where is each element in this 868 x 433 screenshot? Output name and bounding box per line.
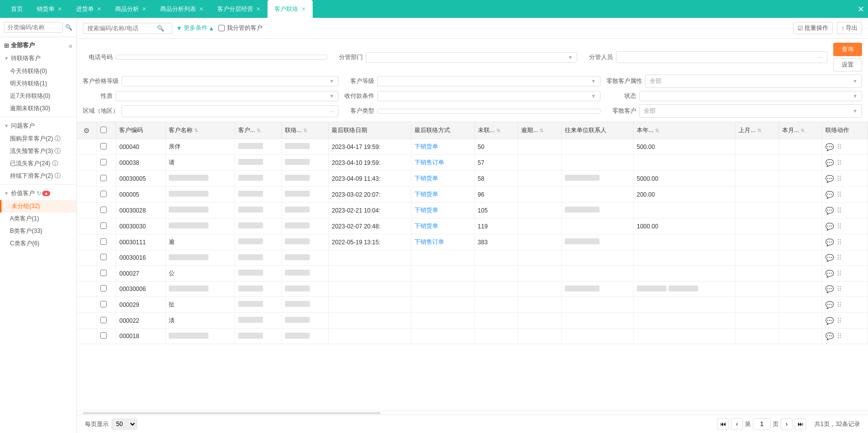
checkbox-col-header[interactable] xyxy=(97,122,116,139)
row-checkbox[interactable] xyxy=(100,238,107,245)
nav-home[interactable]: 首页 xyxy=(4,0,30,18)
row-checkbox-cell[interactable] xyxy=(97,266,116,282)
close-all-tabs[interactable]: ✕ xyxy=(858,4,864,14)
nav-customer-contact-close[interactable]: ✕ xyxy=(301,6,306,12)
chat-icon[interactable]: 💬 xyxy=(825,285,834,293)
customer-type-input[interactable] xyxy=(377,109,600,114)
sort-icon[interactable]: ⇅ xyxy=(194,128,198,133)
batch-operation-btn[interactable]: ☑ 批量操作 xyxy=(793,22,833,34)
main-search-input[interactable] xyxy=(87,25,157,32)
nav-product-analysis-list[interactable]: 商品分析列表 ✕ xyxy=(153,0,210,18)
row-checkbox-cell[interactable] xyxy=(97,297,116,313)
region-input[interactable]: ··· xyxy=(122,105,338,117)
more-action-icon[interactable]: ⠿ xyxy=(837,301,842,309)
row-checkbox[interactable] xyxy=(100,285,107,291)
price-level-input[interactable]: ▼ xyxy=(122,76,338,86)
nav-product-analysis-close[interactable]: ✕ xyxy=(142,6,146,12)
row-checkbox[interactable] xyxy=(100,159,107,165)
nav-customer-contact[interactable]: 客户联络 ✕ xyxy=(267,0,313,18)
page-number-input[interactable] xyxy=(753,418,771,430)
my-customers-check[interactable]: 我分管的客户 xyxy=(218,24,263,32)
payment-input[interactable]: ▼ xyxy=(377,91,600,101)
sidebar-item-abnormal[interactable]: 囤购异常客户(2) ⓘ xyxy=(0,133,76,145)
horizontal-scrollbar[interactable] xyxy=(77,411,868,415)
chat-icon[interactable]: 💬 xyxy=(825,301,834,309)
nav-sales-order[interactable]: 销货单 ✕ xyxy=(30,0,69,18)
sidebar-item-tomorrow-pending[interactable]: 明天待联络(1) xyxy=(0,77,76,90)
sidebar-search-icon[interactable]: 🔍 xyxy=(65,24,72,31)
nav-product-analysis-list-close[interactable]: ✕ xyxy=(199,6,203,12)
more-action-icon[interactable]: ⠿ xyxy=(837,254,842,262)
method-link[interactable]: 下销货单 xyxy=(414,191,438,198)
row-checkbox[interactable] xyxy=(100,222,107,229)
sort-icon-7[interactable]: ⇅ xyxy=(757,128,761,133)
chat-icon[interactable]: 💬 xyxy=(825,191,834,199)
sort-icon-5[interactable]: ⇅ xyxy=(539,128,543,133)
zero-customer-input[interactable]: 全部▼ xyxy=(639,104,862,118)
row-checkbox-cell[interactable] xyxy=(97,155,116,171)
row-checkbox-cell[interactable] xyxy=(97,250,116,266)
manager-input[interactable]: ··· xyxy=(616,51,827,63)
sidebar-item-overdue-pending[interactable]: 逾期未联络(30) xyxy=(0,102,76,115)
all-customers-header[interactable]: ⊞ 全部客户 « xyxy=(0,37,76,52)
sidebar-item-class-a[interactable]: A类客户(1) xyxy=(0,213,76,225)
sidebar-item-today-pending[interactable]: 今天待联络(0) xyxy=(0,65,76,77)
row-checkbox[interactable] xyxy=(100,270,107,276)
chat-icon[interactable]: 💬 xyxy=(825,254,834,262)
sidebar-group-problem[interactable]: ▼ 问题客户 xyxy=(0,119,76,133)
query-button[interactable]: 查询 xyxy=(833,43,862,56)
row-checkbox-cell[interactable] xyxy=(97,282,116,297)
more-action-icon[interactable]: ⠿ xyxy=(837,317,842,325)
my-customers-checkbox[interactable] xyxy=(218,25,225,31)
scrollbar-thumb[interactable] xyxy=(83,412,381,414)
sidebar-item-ungrouped[interactable]: 未分组(32) xyxy=(0,200,76,213)
status-input[interactable]: ▼ xyxy=(639,91,862,101)
first-page-btn[interactable]: ⏮ xyxy=(717,418,729,430)
row-checkbox-cell[interactable] xyxy=(97,218,116,234)
method-link[interactable]: 下销售订单 xyxy=(414,238,444,245)
chat-icon[interactable]: 💬 xyxy=(825,317,834,325)
region-more-icon[interactable]: ··· xyxy=(329,108,334,115)
nav-purchase-order-close[interactable]: ✕ xyxy=(97,6,101,12)
more-action-icon[interactable]: ⠿ xyxy=(837,270,842,278)
sidebar-search-input[interactable] xyxy=(4,22,63,33)
sidebar-collapse-btn[interactable]: « xyxy=(68,42,72,50)
row-checkbox[interactable] xyxy=(100,175,107,181)
sort-icon-3[interactable]: ⇅ xyxy=(303,128,307,133)
sidebar-group-value[interactable]: ▼ 价值客户 ↻ ● xyxy=(0,187,76,200)
customer-level-input[interactable]: ▼ xyxy=(377,76,600,86)
method-link[interactable]: 下销货单 xyxy=(414,222,438,229)
sidebar-item-class-c[interactable]: C类客户(6) xyxy=(0,237,76,250)
more-action-icon[interactable]: ⠿ xyxy=(837,222,842,230)
more-action-icon[interactable]: ⠿ xyxy=(837,191,842,199)
sort-icon-2[interactable]: ⇅ xyxy=(257,128,261,133)
sort-icon-6[interactable]: ⇅ xyxy=(655,128,659,133)
more-action-icon[interactable]: ⠿ xyxy=(837,207,842,215)
main-search-icon[interactable]: 🔍 xyxy=(157,25,164,32)
chat-icon[interactable]: 💬 xyxy=(825,222,834,230)
chat-icon[interactable]: 💬 xyxy=(825,332,834,340)
manager-more-icon[interactable]: ··· xyxy=(818,54,823,61)
next-page-btn[interactable]: › xyxy=(781,418,793,430)
chat-icon[interactable]: 💬 xyxy=(825,159,834,167)
row-checkbox[interactable] xyxy=(100,191,107,197)
nature-input[interactable]: ▼ xyxy=(116,91,338,101)
sidebar-item-declining[interactable]: 持续下滑客户(2) ⓘ xyxy=(0,170,76,182)
row-checkbox[interactable] xyxy=(100,207,107,213)
page-size-select[interactable]: 50 100 200 xyxy=(112,419,137,430)
reset-button[interactable]: 设置 xyxy=(833,58,862,72)
row-checkbox[interactable] xyxy=(100,254,107,260)
gear-icon[interactable]: ⚙ xyxy=(83,127,90,135)
nav-purchase-order[interactable]: 进货单 ✕ xyxy=(69,0,108,18)
sidebar-group-pending[interactable]: ▼ 待联络客户 xyxy=(0,52,76,65)
sort-icon-8[interactable]: ⇅ xyxy=(801,128,804,133)
row-checkbox-cell[interactable] xyxy=(97,187,116,203)
sidebar-item-class-b[interactable]: B类客户(33) xyxy=(0,225,76,237)
row-checkbox[interactable] xyxy=(100,332,107,339)
sidebar-item-churn-warning[interactable]: 流失预警客户(3) ⓘ xyxy=(0,145,76,157)
last-page-btn[interactable]: ⏭ xyxy=(795,418,806,430)
chat-icon[interactable]: 💬 xyxy=(825,207,834,215)
settings-col-header[interactable]: ⚙ xyxy=(77,122,97,139)
row-checkbox-cell[interactable] xyxy=(97,329,116,344)
more-action-icon[interactable]: ⠿ xyxy=(837,159,842,167)
